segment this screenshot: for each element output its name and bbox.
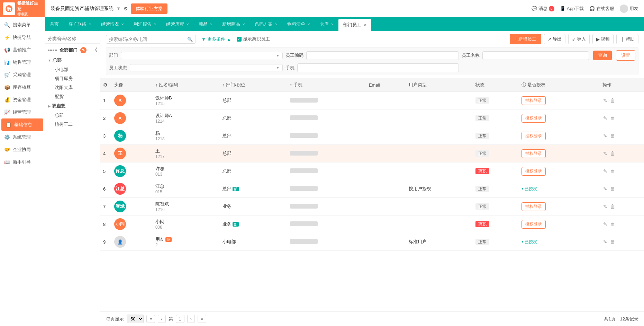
- dept-node-double[interactable]: ▶ 双虚想: [45, 101, 100, 111]
- search-input[interactable]: [109, 37, 186, 42]
- tab-profit[interactable]: 利润报告✕: [129, 17, 161, 31]
- sidebar-item-basic[interactable]: 📋基础信息: [1, 118, 43, 131]
- close-history-tab[interactable]: ✕: [186, 23, 189, 26]
- edit-button[interactable]: ✎: [603, 221, 607, 227]
- close-profit-tab[interactable]: ✕: [154, 23, 156, 26]
- dept-child-plant[interactable]: 植树王二: [45, 120, 100, 129]
- first-page-button[interactable]: «: [146, 315, 155, 323]
- auth-button[interactable]: 授权登录: [521, 96, 546, 105]
- dept-child-shenyang[interactable]: 沈阳大库: [45, 83, 100, 92]
- sidebar-item-finance[interactable]: 💰资金管理: [0, 94, 45, 106]
- last-page-button[interactable]: »: [198, 315, 206, 323]
- edit-button[interactable]: ✎: [603, 239, 607, 245]
- delete-button[interactable]: 🗑: [610, 98, 615, 103]
- tab-goods[interactable]: 商品✕: [194, 17, 217, 31]
- tab-bom[interactable]: 物料清单✕: [282, 17, 315, 31]
- close-barcode-tab[interactable]: ✕: [275, 23, 278, 26]
- dept-child-hq[interactable]: 总部: [45, 111, 100, 120]
- dept-edit-icon[interactable]: ✎: [80, 47, 87, 53]
- close-new-goods-tab[interactable]: ✕: [242, 23, 245, 26]
- delete-button[interactable]: 🗑: [610, 133, 615, 139]
- edit-button[interactable]: ✎: [603, 204, 607, 209]
- close-bom-tab[interactable]: ✕: [307, 23, 310, 26]
- code-filter-input[interactable]: [306, 51, 459, 60]
- sidebar-item-collab[interactable]: 🤝企业协同: [0, 143, 45, 156]
- auth-button[interactable]: 授权登录: [521, 167, 546, 176]
- auth-button[interactable]: 授权登录: [521, 149, 546, 158]
- delete-button[interactable]: 🗑: [610, 221, 615, 227]
- user-button[interactable]: 用友: [620, 5, 638, 13]
- name-filter-input[interactable]: [482, 51, 589, 60]
- tab-employees[interactable]: 部门员工✕: [338, 19, 371, 31]
- title-dropdown-icon[interactable]: ▼: [116, 6, 121, 11]
- next-page-button[interactable]: ›: [187, 315, 195, 323]
- close-goods-tab[interactable]: ✕: [210, 23, 212, 26]
- show-leave-check[interactable]: 显示离职员工: [237, 36, 270, 42]
- status-select[interactable]: ▼: [130, 64, 283, 71]
- edit-button[interactable]: ✎: [603, 168, 607, 174]
- gear-icon[interactable]: ⚙: [124, 6, 128, 11]
- col-phone[interactable]: ↕ 手机: [287, 78, 366, 92]
- per-page-select[interactable]: 50: [127, 315, 144, 323]
- tab-home[interactable]: 首页: [45, 17, 64, 31]
- sidebar-item-search[interactable]: 🔍搜索菜单: [0, 19, 45, 31]
- delete-button[interactable]: 🗑: [610, 186, 615, 192]
- tab-operation[interactable]: 经营情况✕: [96, 17, 129, 31]
- dept-child-project[interactable]: 项目库房: [45, 74, 100, 83]
- col-dept[interactable]: ↕ 部门/职位: [220, 78, 287, 92]
- delete-button[interactable]: 🗑: [610, 168, 615, 174]
- trial-button[interactable]: 体验行业方案: [131, 3, 167, 14]
- import-button[interactable]: ↙ 导入: [568, 34, 590, 44]
- dept-search-input[interactable]: [48, 36, 100, 41]
- add-employee-button[interactable]: + 新增员工: [510, 34, 541, 44]
- edit-button[interactable]: ✎: [603, 151, 607, 156]
- video-button[interactable]: ▶ 视频: [592, 34, 614, 44]
- online-service-button[interactable]: 🎧 在线客服: [589, 6, 614, 12]
- sidebar-item-marketing[interactable]: 📢营销推广: [0, 44, 45, 56]
- auth-button[interactable]: 授权登录: [521, 132, 546, 140]
- export-button[interactable]: ↗ 导出: [544, 34, 565, 44]
- tab-barcode[interactable]: 条码方案✕: [250, 17, 282, 31]
- message-button[interactable]: 💬 消息 6: [532, 6, 554, 12]
- delete-button[interactable]: 🗑: [610, 239, 615, 245]
- dept-child-distribution[interactable]: 配货: [45, 92, 100, 101]
- delete-button[interactable]: 🗑: [610, 151, 615, 156]
- edit-button[interactable]: ✎: [603, 133, 607, 139]
- dept-select[interactable]: ▼: [121, 52, 283, 59]
- sidebar-item-system[interactable]: ⚙️系统管理: [0, 131, 45, 143]
- prev-page-button[interactable]: ‹: [158, 315, 165, 323]
- auth-button[interactable]: 授权登录: [521, 202, 546, 211]
- auth-button[interactable]: 授权登录: [521, 220, 546, 229]
- edit-button[interactable]: ✎: [603, 98, 607, 103]
- checkbox-show-leave[interactable]: [237, 37, 242, 42]
- tab-history[interactable]: 经营历程✕: [161, 17, 194, 31]
- delete-button[interactable]: 🗑: [610, 204, 615, 209]
- set-button[interactable]: 设置: [616, 50, 635, 61]
- app-download-button[interactable]: 📱 App下载: [560, 6, 584, 12]
- close-operation-tab[interactable]: ✕: [121, 23, 124, 26]
- query-button[interactable]: 查询: [593, 51, 612, 60]
- edit-button[interactable]: ✎: [603, 186, 607, 192]
- delete-button[interactable]: 🗑: [610, 115, 615, 121]
- sidebar-item-nav[interactable]: ⚡快捷导航: [0, 31, 45, 44]
- close-warehouse-tab[interactable]: ✕: [331, 23, 334, 26]
- table-settings-icon[interactable]: ⚙: [103, 82, 108, 88]
- tab-warehouse[interactable]: 仓库✕: [315, 17, 338, 31]
- sidebar-item-guide[interactable]: 📖新手引导: [0, 156, 45, 168]
- sidebar-item-sales[interactable]: 📊销售管理: [0, 56, 45, 69]
- more-conditions-button[interactable]: ▼ 更多条件 ▲: [199, 35, 234, 44]
- edit-button[interactable]: ✎: [603, 115, 607, 121]
- auth-button[interactable]: 授权登录: [521, 114, 546, 123]
- sidebar-item-purchase[interactable]: 🛒采购管理: [0, 69, 45, 81]
- dept-child-xdept[interactable]: 小电部: [45, 65, 100, 74]
- sidebar-item-operations[interactable]: 📈经营管理: [0, 106, 45, 118]
- close-customer-tab[interactable]: ✕: [89, 23, 91, 26]
- tab-new-goods[interactable]: 新增商品✕: [217, 17, 250, 31]
- sidebar-item-inventory[interactable]: 📦库存核算: [0, 81, 45, 94]
- close-employees-tab[interactable]: ✕: [363, 23, 366, 27]
- col-name[interactable]: ↕ 姓名/编码: [153, 78, 220, 92]
- help-button[interactable]: ｜ 帮助: [616, 34, 638, 44]
- dept-node-headquarter-group[interactable]: ▼ 总部: [45, 55, 100, 65]
- tab-customer[interactable]: 客户联络✕: [64, 17, 96, 31]
- collapse-tree-button[interactable]: 《: [92, 47, 97, 53]
